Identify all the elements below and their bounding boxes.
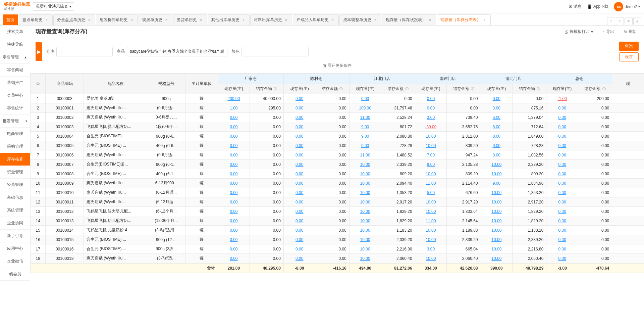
tab-close-stock-status[interactable]: × bbox=[428, 18, 432, 22]
sidebar-item-marketing[interactable]: 营销推广 bbox=[0, 77, 30, 89]
tab-close-product-in[interactable]: × bbox=[330, 18, 335, 22]
info-icon[interactable]: ⓘ bbox=[471, 87, 474, 91]
tab-cost-adjust[interactable]: 成本调整单历史 × bbox=[339, 14, 381, 25]
sidebar-item-purchase[interactable]: 采购管理 bbox=[0, 140, 30, 153]
tab-product-in[interactable]: 产成品入库单历史 × bbox=[293, 14, 339, 25]
table-row: 6 00100005 合生元 (BIOSTIME) ... 400g (0-6.… bbox=[31, 141, 644, 150]
total-label: 合计 bbox=[31, 263, 218, 273]
table-row: 12 00100011 惠氏启赋 (Wyeth illu... (6-12月适.… bbox=[31, 197, 644, 207]
tab-home[interactable]: 首页 bbox=[3, 14, 18, 25]
tab-stock-status[interactable]: 现存量（库存状况表） × bbox=[382, 14, 436, 25]
tab-prev-btn[interactable]: ‹ bbox=[607, 17, 615, 25]
info-icon[interactable]: ⓘ bbox=[537, 87, 540, 91]
gear-icon[interactable]: ⚙ bbox=[36, 82, 40, 86]
table-row: 4 00100003 飞鹤星飞帆 婴儿配方奶... 1段(0-6个... 罐 0… bbox=[31, 122, 644, 132]
row-yubeimen-amt: 809.20 bbox=[513, 169, 546, 179]
export-btn[interactable]: ↑ 导出 bbox=[601, 28, 616, 35]
tab-transfer[interactable]: 调拨单历史 × bbox=[139, 14, 172, 25]
sidebar-item-wholesale[interactable]: 批发管理 ▾ bbox=[0, 115, 30, 128]
chevron-down-icon: ▾ bbox=[69, 5, 71, 8]
row-factory-stock: 0.00 bbox=[218, 122, 250, 132]
tab-close-all-btn[interactable]: × bbox=[625, 17, 633, 25]
sidebar-item-retail-shop[interactable]: 零售商城 bbox=[0, 64, 30, 77]
row-yubeimen-stock: 8.00 bbox=[481, 150, 513, 160]
settings-button[interactable]: 设置 bbox=[619, 52, 639, 61]
sidebar-item-retail-stats[interactable]: 零售统计 bbox=[0, 102, 30, 115]
warehouse-input[interactable] bbox=[56, 47, 113, 56]
tab-stock-dist[interactable]: 现存量（库存分布表） × bbox=[437, 14, 491, 25]
row-spec: (0-6月适... bbox=[147, 103, 185, 113]
tab-maximize-btn[interactable]: ⤢ bbox=[633, 17, 641, 25]
goods-input[interactable] bbox=[127, 47, 227, 56]
chevron-down-icon: ▾ bbox=[25, 119, 27, 123]
settings-col-header: ⚙ bbox=[31, 74, 46, 94]
table-row: 8 00100007 合生元(BIOSTIME)派... 900g (6-1..… bbox=[31, 160, 644, 169]
sidebar-item-search-hero[interactable]: 搜索英单 bbox=[0, 26, 30, 38]
sidebar-item-wechat[interactable]: 企业微信 bbox=[0, 255, 30, 268]
print-btn[interactable]: 🖨 按模板打印 ▾ bbox=[562, 28, 595, 35]
sidebar-item-quick-nav[interactable]: 快捷导航 bbox=[0, 38, 30, 51]
tab-close-requisition[interactable]: × bbox=[199, 18, 203, 22]
total-amt-header: 结存金额 ⓘ bbox=[578, 84, 612, 94]
tab-close-cost-adjust[interactable]: × bbox=[373, 18, 378, 22]
user-menu[interactable]: Ea demo2 ▾ bbox=[614, 2, 640, 11]
row-nanan-stock: 10.00 bbox=[415, 226, 447, 235]
tab-close-other-out[interactable]: × bbox=[241, 18, 246, 22]
expand-btn[interactable]: ⊞ 展开更多条件 bbox=[323, 63, 352, 68]
sidebar-item-system[interactable]: 系统管理 bbox=[0, 204, 30, 217]
info-icon[interactable]: ⓘ bbox=[405, 87, 409, 91]
sidebar-item-finance[interactable]: 资金管理 bbox=[0, 166, 30, 179]
sidebar-item-ecommerce[interactable]: 电商管理 bbox=[0, 128, 30, 140]
tab-close-assemble[interactable]: × bbox=[129, 18, 134, 22]
tab-material-out[interactable]: 材料出库单历史 × bbox=[250, 14, 292, 25]
row-chen-stock: 0.00 bbox=[283, 132, 315, 141]
sidebar-item-retail-mgmt[interactable]: 零售管理 ▲ bbox=[0, 51, 30, 64]
info-icon[interactable]: ⓘ bbox=[602, 87, 606, 91]
row-total-amt: 0.00 bbox=[578, 150, 612, 160]
sidebar-item-business[interactable]: 经营管理 bbox=[0, 179, 30, 191]
row-yubeimen-stock: 10.00 bbox=[481, 188, 513, 197]
org-dropdown[interactable]: 母婴行业演示陈套 ▾ bbox=[33, 2, 74, 11]
tab-assemble[interactable]: 组装拆卸单历史 × bbox=[96, 14, 138, 25]
sidebar-item-stock[interactable]: 库存核算 bbox=[0, 153, 30, 166]
sidebar: 搜索英单 快捷导航 零售管理 ▲ 零售商城 营销推广 会员中心 零售统计 批发管… bbox=[0, 26, 30, 324]
tab-point[interactable]: 盘点单历史 × bbox=[19, 14, 53, 25]
sidebar-item-enterprise[interactable]: 企业协同 bbox=[0, 217, 30, 230]
tab-close-material-out[interactable]: × bbox=[284, 18, 288, 22]
total-current bbox=[612, 263, 644, 273]
sidebar-item-vip[interactable]: 畅会员 bbox=[0, 268, 30, 281]
sidebar-item-basic[interactable]: 基础信息 bbox=[0, 191, 30, 204]
tab-close-stock-dist[interactable]: × bbox=[482, 18, 487, 22]
info-icon[interactable]: ⓘ bbox=[274, 87, 277, 91]
tab-score-point[interactable]: 分量盘点单历史 × bbox=[53, 14, 95, 25]
sidebar-item-guide[interactable]: 新手引导 bbox=[0, 230, 30, 242]
message-btn[interactable]: ✉ 消息 bbox=[569, 4, 582, 9]
row-chen-amt: 0.00 bbox=[315, 150, 349, 160]
row-index: 4 bbox=[31, 122, 46, 132]
row-chen-amt: 0.00 bbox=[315, 179, 349, 188]
color-input[interactable] bbox=[241, 47, 309, 56]
sidebar-item-member[interactable]: 会员中心 bbox=[0, 89, 30, 102]
info-icon[interactable]: ⓘ bbox=[339, 87, 343, 91]
row-chen-amt: 0.00 bbox=[315, 235, 349, 244]
row-current bbox=[612, 216, 644, 226]
tab-next-btn[interactable]: › bbox=[616, 17, 624, 25]
app-download-btn[interactable]: 📱 App下载 bbox=[587, 4, 608, 9]
row-factory-amt: 0.00 bbox=[250, 113, 283, 122]
sidebar-item-appstore[interactable]: 应用中心 bbox=[0, 242, 30, 255]
query-button[interactable]: 查询 bbox=[619, 42, 639, 51]
row-chen-amt: 0.00 bbox=[315, 197, 349, 207]
collapse-arrow-btn[interactable]: ▶ bbox=[36, 42, 42, 61]
tab-close-score-point[interactable]: × bbox=[87, 18, 92, 22]
row-total-stock: 0.00 bbox=[546, 132, 578, 141]
row-chen-amt: 0.00 bbox=[315, 160, 349, 169]
row-nanan-stock: 10.00 bbox=[415, 207, 447, 216]
refresh-btn[interactable]: ↻ 刷新 bbox=[622, 28, 639, 35]
tab-close-point[interactable]: × bbox=[44, 18, 49, 22]
tab-other-out[interactable]: 其他出库单历史 × bbox=[208, 14, 250, 25]
row-current bbox=[612, 235, 644, 244]
row-nanan-amt: 2,105.28 bbox=[447, 160, 481, 169]
row-yubeimen-stock: 9.00 bbox=[481, 179, 513, 188]
tab-requisition[interactable]: 要货单历史 × bbox=[173, 14, 207, 25]
tab-close-transfer[interactable]: × bbox=[164, 18, 169, 22]
